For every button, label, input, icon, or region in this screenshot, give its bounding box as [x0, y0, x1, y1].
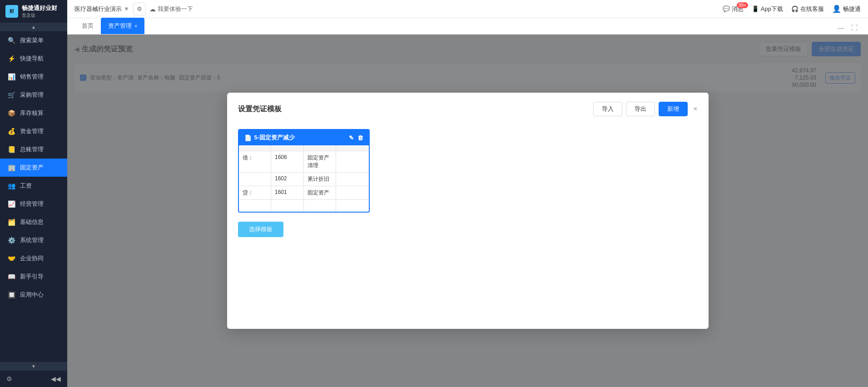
debit-extra-2	[336, 173, 369, 186]
customer-service-btn[interactable]: 🎧 在线客服	[791, 5, 824, 13]
tab-bar: 首页 资产管理 × — ⛶	[67, 18, 868, 35]
scroll-up-btn[interactable]: ▲	[0, 23, 67, 31]
content-area: ◀ 生成的凭证预览 批量凭证模板 全部生成凭证 ✓ 变动类型：资产清 资产名称：…	[67, 35, 868, 387]
col-name	[304, 145, 337, 151]
logo-sub: 普及版	[22, 12, 57, 18]
sidebar-item-label: 库存核算	[20, 109, 44, 117]
app-download-btn[interactable]: 📱 App下载	[752, 5, 783, 13]
tab-home[interactable]: 首页	[74, 18, 101, 34]
sidebar-icon: 🔍	[7, 36, 15, 45]
app-download-label: App下载	[761, 5, 783, 13]
sidebar-item-label: 应用中心	[20, 291, 44, 299]
sidebar-icon: 🔲	[7, 291, 15, 299]
sidebar-item-销售管理[interactable]: 📊销售管理	[0, 68, 67, 86]
sidebar-item-搜索菜单[interactable]: 🔍搜索菜单	[0, 31, 67, 50]
sidebar-item-企业协同[interactable]: 🤝企业协同	[0, 249, 67, 268]
sidebar-item-基础信息[interactable]: 🗂️基础信息	[0, 213, 67, 231]
sidebar-icon: 🏢	[7, 164, 15, 172]
template-edit-icon[interactable]: ✎	[349, 134, 354, 141]
sidebar-item-经营管理[interactable]: 📈经营管理	[0, 195, 67, 213]
sidebar-item-label: 工资	[20, 182, 32, 190]
sidebar-item-工资[interactable]: 👥工资	[0, 177, 67, 195]
collapse-icon[interactable]: ◀◀	[51, 375, 61, 382]
sidebar-icon: 📖	[7, 273, 15, 281]
sidebar-item-label: 企业协同	[20, 254, 44, 263]
modal-actions: 导入 导出 新增	[593, 102, 688, 116]
col-direction	[239, 145, 272, 151]
company-dropdown-icon: ▼	[124, 5, 129, 12]
modal-close-btn[interactable]: ×	[693, 105, 697, 113]
modal-body: 📄 5-固定资产减少 ✎ 🗑	[227, 122, 709, 329]
modal-title: 设置凭证模板	[238, 104, 282, 114]
sidebar-icon: 🛒	[7, 91, 15, 99]
tab-asset-management[interactable]: 资产管理 ×	[101, 18, 144, 34]
debit-label-2	[239, 173, 272, 186]
new-btn[interactable]: 新增	[659, 102, 688, 116]
sidebar-item-label: 总账管理	[20, 145, 44, 154]
scroll-down-btn[interactable]: ▼	[0, 362, 67, 370]
choose-btn-wrapper: 选择模板	[238, 222, 698, 237]
company-selector[interactable]: 医疗器械行业演示 ▼	[74, 5, 129, 13]
sidebar-icon: 👥	[7, 182, 15, 190]
export-btn[interactable]: 导出	[626, 102, 655, 116]
credit-code-1: 1601	[271, 186, 304, 199]
sidebar-item-label: 系统管理	[20, 236, 44, 244]
user-avatar-icon: 👤	[832, 5, 841, 13]
debit-name-1: 固定资产清理	[304, 151, 337, 172]
main-area: 医疗器械行业演示 ▼ ⚙ ☁ 我要体验一下 💬 消息 99+ 📱 App下载	[67, 0, 868, 387]
settings-icon[interactable]: ⚙	[6, 375, 12, 382]
maximize-btn[interactable]: ⛶	[848, 21, 861, 34]
sidebar-item-label: 快捷导航	[20, 55, 44, 63]
sidebar-icon: ⚙️	[7, 236, 15, 244]
template-delete-icon[interactable]: 🗑	[357, 134, 363, 141]
sidebar-item-label: 资金管理	[20, 127, 44, 135]
choose-template-btn[interactable]: 选择模板	[238, 222, 283, 237]
tab-asset-management-close[interactable]: ×	[134, 23, 137, 29]
sidebar-item-快捷导航[interactable]: ⚡快捷导航	[0, 50, 67, 68]
sidebar-item-固定资产[interactable]: 🏢固定资产	[0, 159, 67, 177]
sidebar-footer: ⚙ ◀◀	[0, 370, 67, 387]
experience-btn[interactable]: ☁ 我要体验一下	[149, 5, 193, 13]
debit-code-2: 1602	[271, 173, 304, 186]
sidebar-icon: 🗂️	[7, 218, 15, 226]
template-doc-icon: 📄	[244, 134, 252, 141]
sidebar-item-label: 基础信息	[20, 218, 44, 226]
sidebar-item-label: 采购管理	[20, 91, 44, 99]
sidebar-item-新手引导[interactable]: 📖新手引导	[0, 268, 67, 286]
debit-extra-1	[336, 151, 369, 172]
topbar: 医疗器械行业演示 ▼ ⚙ ☁ 我要体验一下 💬 消息 99+ 📱 App下载	[67, 0, 868, 18]
import-btn[interactable]: 导入	[593, 102, 622, 116]
credit-extra-1	[336, 186, 369, 199]
sidebar-item-采购管理[interactable]: 🛒采购管理	[0, 86, 67, 104]
user-name: 畅捷通	[843, 5, 861, 13]
sidebar-item-label: 新手引导	[20, 273, 44, 281]
template-full-name: 5-固定资产减少	[254, 134, 295, 142]
company-name: 医疗器械行业演示	[74, 5, 122, 13]
sidebar-logo: 财 畅捷通好业财 普及版	[0, 0, 67, 23]
sidebar-item-应用中心[interactable]: 🔲应用中心	[0, 286, 67, 304]
sidebar-icon: ⚡	[7, 55, 15, 63]
col-extra	[336, 145, 369, 151]
message-icon: 💬	[723, 5, 730, 12]
sidebar-item-系统管理[interactable]: ⚙️系统管理	[0, 231, 67, 249]
message-btn[interactable]: 💬 消息 99+	[723, 5, 744, 13]
debit-label-1: 借：	[239, 151, 272, 172]
topbar-right: 💬 消息 99+ 📱 App下载 🎧 在线客服 👤 畅捷通	[723, 5, 861, 13]
template-row-debit-1: 借： 1606 固定资产清理	[239, 151, 369, 173]
sidebar-icon: 🤝	[7, 254, 15, 263]
minimize-btn[interactable]: —	[834, 21, 847, 34]
topbar-settings-btn[interactable]: ⚙	[133, 3, 146, 15]
template-card: 📄 5-固定资产减少 ✎ 🗑	[238, 129, 370, 213]
user-avatar-btn[interactable]: 👤 畅捷通	[832, 5, 861, 13]
template-card-header: 📄 5-固定资产减少 ✎ 🗑	[239, 130, 369, 145]
debit-name-2: 累计折旧	[304, 173, 337, 186]
sidebar-item-资金管理[interactable]: 💰资金管理	[0, 122, 67, 140]
template-card-body: 借： 1606 固定资产清理 1602 累计折旧	[239, 145, 369, 212]
sidebar-item-库存核算[interactable]: 📦库存核算	[0, 104, 67, 122]
modal-header: 设置凭证模板 导入 导出 新增 ×	[227, 93, 709, 122]
debit-code-1: 1606	[271, 151, 304, 172]
app-download-icon: 📱	[752, 5, 759, 12]
message-badge: 99+	[737, 2, 748, 8]
sidebar-item-总账管理[interactable]: 📒总账管理	[0, 140, 67, 159]
sidebar-item-label: 搜索菜单	[20, 36, 44, 45]
